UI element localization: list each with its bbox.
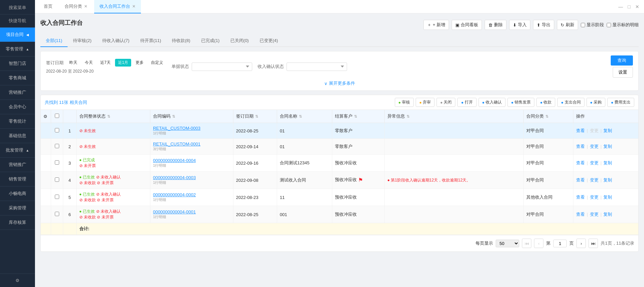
sidebar-search[interactable]: 搜索菜单 xyxy=(0,0,35,14)
op-change[interactable]: 变更 xyxy=(590,144,599,149)
contract-link[interactable]: 0000000000004-0003 xyxy=(153,175,196,180)
income-confirm-select[interactable] xyxy=(287,63,347,71)
delete-button[interactable]: 🗑 删除 xyxy=(485,20,506,30)
maximize-button[interactable]: □ xyxy=(627,4,632,9)
sidebar-item-sales-mgmt[interactable]: 销售管理 xyxy=(0,172,35,187)
sidebar-item-purchase[interactable]: 采购管理 xyxy=(0,201,35,215)
cell-checkbox[interactable] xyxy=(51,139,63,155)
page-size-select[interactable]: 50 20 100 xyxy=(496,240,519,247)
refresh-button[interactable]: ↻ 刷新 xyxy=(557,20,578,30)
query-button[interactable]: 查询 xyxy=(611,55,633,66)
show-fields-checkbox[interactable]: 显示阶段 xyxy=(581,22,604,28)
purchase-action-btn[interactable]: ● 采购 xyxy=(586,98,605,107)
tab-home[interactable]: 首页 xyxy=(38,0,58,13)
op-copy[interactable]: 复制 xyxy=(603,212,612,217)
sidebar-item-retail-stats[interactable]: 零售统计 xyxy=(0,114,35,129)
op-change[interactable]: 变更 xyxy=(590,160,599,165)
op-copy[interactable]: 复制 xyxy=(603,195,612,200)
sidebar-item-xiaochange[interactable]: 小畅电商 xyxy=(0,187,35,201)
contract-link[interactable]: 0000000000004-0004 xyxy=(153,158,196,163)
doc-status-select[interactable] xyxy=(192,63,252,71)
col-overall-status[interactable]: 合同整体状态 ⇅ xyxy=(76,110,150,123)
status-tab-pending-confirm[interactable]: 待收入确认(7) xyxy=(97,35,135,47)
col-abnormal-info[interactable]: 异常信息 ⇅ xyxy=(384,110,523,123)
sidebar-item-smart-store[interactable]: 智慧门店 xyxy=(0,56,35,71)
cell-checkbox[interactable] xyxy=(51,172,63,189)
op-view[interactable]: 查看 xyxy=(576,177,585,182)
select-all-checkbox[interactable] xyxy=(55,114,59,118)
col-contract-code[interactable]: 合同编码 ⇅ xyxy=(150,110,233,123)
op-copy[interactable]: 复制 xyxy=(603,144,612,149)
tab-contract-category[interactable]: 合同分类 ✕ xyxy=(59,0,93,13)
sidebar-item-basic-info[interactable]: 基础信息 xyxy=(0,129,35,143)
cell-checkbox[interactable] xyxy=(51,123,63,139)
sidebar-item-retail-mall[interactable]: 零售商城 xyxy=(0,71,35,85)
op-view[interactable]: 查看 xyxy=(576,212,585,217)
col-sign-date[interactable]: 签订日期 ⇅ xyxy=(233,110,277,123)
op-copy[interactable]: 复制 xyxy=(603,160,612,165)
close-action-btn[interactable]: ● 关闭 xyxy=(437,98,455,107)
tab-close-contract-category[interactable]: ✕ xyxy=(84,4,87,9)
import-button[interactable]: ⬇ 导入 xyxy=(509,20,530,30)
op-change[interactable]: 变更 xyxy=(590,212,599,217)
op-view[interactable]: 查看 xyxy=(576,160,585,165)
income-confirm-action-btn[interactable]: ● 收入确认 xyxy=(479,98,505,107)
expand-filter-button[interactable]: ∨ 展开更多条件 xyxy=(324,80,355,86)
status-tab-all[interactable]: 全部(11) xyxy=(40,35,68,47)
col-settings[interactable]: ⚙ xyxy=(41,110,51,123)
contract-link[interactable]: RETAIL_CUSTOM-0003 xyxy=(153,126,200,131)
date-btn-7days[interactable]: 近7天 xyxy=(97,59,114,67)
sidebar-item-member[interactable]: 会员中心 xyxy=(0,100,35,114)
close-button[interactable]: ✕ xyxy=(634,4,641,9)
sidebar-item-inventory[interactable]: 库存核算 xyxy=(0,215,35,230)
sidebar-quick-nav[interactable]: 快捷导航 xyxy=(0,14,35,28)
op-copy[interactable]: 复制 xyxy=(603,128,612,133)
filter-settings-button[interactable]: 设置 xyxy=(613,67,633,78)
status-tab-completed[interactable]: 已完成(1) xyxy=(196,35,225,47)
abandon-action-btn[interactable]: ● 弃审 xyxy=(416,98,434,107)
col-contract-name[interactable]: 合同名称 ⇅ xyxy=(277,110,332,123)
add-button[interactable]: ＋ + 新增 xyxy=(423,20,449,30)
sidebar-item-project[interactable]: 项目合同 ◀ xyxy=(0,28,35,42)
sidebar-settings[interactable]: ⚙ xyxy=(0,274,35,287)
expense-contract-action-btn[interactable]: ● 支出合同 xyxy=(557,98,584,107)
op-change[interactable]: 变更 xyxy=(590,195,599,200)
next-page-button[interactable]: › xyxy=(576,239,586,248)
status-tab-changed[interactable]: 已变更(4) xyxy=(254,35,283,47)
op-change[interactable]: 变更 xyxy=(590,177,599,182)
status-tab-closed[interactable]: 已关闭(0) xyxy=(225,35,254,47)
minimize-button[interactable]: — xyxy=(617,4,624,9)
tab-close-income-workbench[interactable]: ✕ xyxy=(132,4,136,9)
first-page-button[interactable]: ⏮ xyxy=(522,239,531,248)
sidebar-item-wholesale[interactable]: 批发管理 ▲ xyxy=(0,143,35,158)
op-view[interactable]: 查看 xyxy=(576,195,585,200)
cell-checkbox[interactable] xyxy=(51,206,63,223)
col-settlement-customer[interactable]: 结算客户 ⇅ xyxy=(332,110,385,123)
prev-page-button[interactable]: ‹ xyxy=(534,239,543,248)
sidebar-item-sales-marketing[interactable]: 营销推广 xyxy=(0,158,35,172)
expense-out-action-btn[interactable]: ● 费用支出 xyxy=(607,98,634,107)
export-button[interactable]: ⬆ 导出 xyxy=(533,20,554,30)
review-action-btn[interactable]: ● 审核 xyxy=(395,98,414,107)
op-copy[interactable]: 复制 xyxy=(603,177,612,182)
date-btn-1month[interactable]: 近1月 xyxy=(115,59,131,67)
contract-link[interactable]: 0000000000004-0002 xyxy=(153,192,196,197)
sidebar-item-marketing[interactable]: 营销推广 xyxy=(0,85,35,100)
col-contract-category[interactable]: 合同分类 ⇅ xyxy=(523,110,573,123)
contract-board-button[interactable]: ▣ 合同看板 xyxy=(452,20,482,30)
contract-link[interactable]: 0000000000004-0001 xyxy=(153,209,196,214)
status-tab-pending-review[interactable]: 待审核(2) xyxy=(68,35,97,47)
status-tab-pending-invoice[interactable]: 待开票(11) xyxy=(135,35,166,47)
last-page-button[interactable]: ⏭ xyxy=(589,239,598,248)
page-input[interactable] xyxy=(553,240,567,247)
sidebar-item-retail-mgmt[interactable]: 零售管理 ▲ xyxy=(0,42,35,56)
date-btn-yesterday[interactable]: 昨天 xyxy=(66,59,80,67)
contract-link[interactable]: RETAIL_CUSTOM-0001 xyxy=(153,141,200,147)
cell-checkbox[interactable] xyxy=(51,189,63,206)
collection-action-btn[interactable]: ● 收款 xyxy=(536,98,555,107)
show-details-checkbox[interactable]: 显示标的明细 xyxy=(607,22,639,28)
print-action-btn[interactable]: ● 打开 xyxy=(457,98,476,107)
tab-income-workbench[interactable]: 收入合同工作台 ✕ xyxy=(94,0,141,13)
cell-checkbox[interactable] xyxy=(51,155,63,172)
sales-invoice-action-btn[interactable]: ● 销售发票 xyxy=(507,98,534,107)
